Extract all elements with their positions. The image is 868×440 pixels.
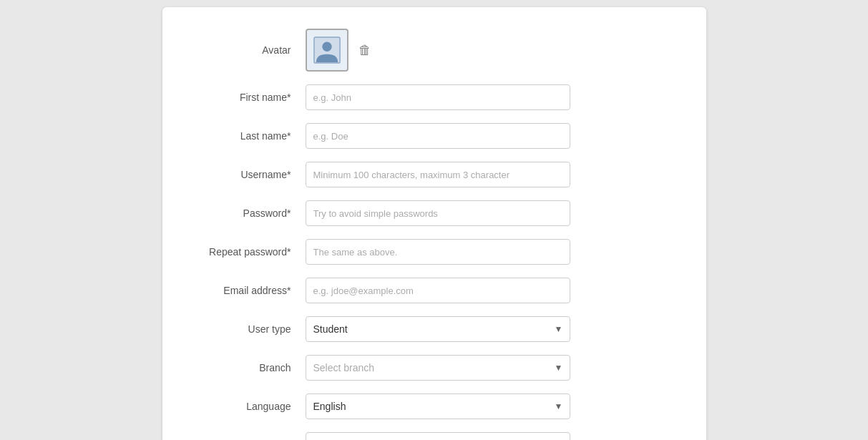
first-name-input[interactable] bbox=[306, 84, 570, 110]
avatar-icon bbox=[313, 36, 341, 64]
email-input[interactable] bbox=[306, 278, 570, 303]
avatar-label: Avatar bbox=[191, 44, 306, 56]
username-row: Username* bbox=[191, 162, 678, 187]
last-name-input[interactable] bbox=[306, 123, 570, 149]
timezone-select[interactable]: (UTC+02:00) Europe/Athens (UTC+00:00) UT… bbox=[306, 432, 570, 440]
repeat-password-input[interactable] bbox=[306, 239, 570, 265]
timezone-row: Time zone (UTC+02:00) Europe/Athens (UTC… bbox=[191, 432, 678, 440]
language-select-wrapper: English Greek French German ▼ bbox=[306, 393, 570, 419]
branch-select[interactable]: Select branch bbox=[306, 355, 570, 381]
timezone-select-wrapper: (UTC+02:00) Europe/Athens (UTC+00:00) UT… bbox=[306, 432, 570, 440]
password-row: Password* bbox=[191, 200, 678, 226]
branch-select-wrapper: Select branch ▼ bbox=[306, 355, 570, 381]
branch-label: Branch bbox=[191, 362, 306, 373]
user-type-row: User type Student Teacher Admin ▼ bbox=[191, 316, 678, 342]
email-label: Email address* bbox=[191, 285, 306, 296]
password-input[interactable] bbox=[306, 200, 570, 226]
first-name-row: First name* bbox=[191, 84, 678, 110]
delete-avatar-button[interactable]: 🗑 bbox=[356, 40, 374, 61]
language-row: Language English Greek French German ▼ bbox=[191, 393, 678, 419]
branch-row: Branch Select branch ▼ bbox=[191, 355, 678, 381]
user-form: Avatar 🗑 First name* Last name* Username… bbox=[162, 7, 706, 440]
svg-point-1 bbox=[322, 42, 331, 52]
avatar-wrapper: 🗑 bbox=[306, 29, 374, 72]
repeat-password-row: Repeat password* bbox=[191, 239, 678, 265]
last-name-row: Last name* bbox=[191, 123, 678, 149]
user-type-label: User type bbox=[191, 323, 306, 335]
password-label: Password* bbox=[191, 207, 306, 219]
user-type-select-wrapper: Student Teacher Admin ▼ bbox=[306, 316, 570, 342]
repeat-password-label: Repeat password* bbox=[191, 246, 306, 258]
email-row: Email address* bbox=[191, 278, 678, 303]
language-label: Language bbox=[191, 401, 306, 412]
username-input[interactable] bbox=[306, 162, 570, 187]
avatar-row: Avatar 🗑 bbox=[191, 29, 678, 72]
avatar-upload-button[interactable] bbox=[306, 29, 348, 72]
first-name-label: First name* bbox=[191, 92, 306, 103]
last-name-label: Last name* bbox=[191, 130, 306, 142]
language-select[interactable]: English Greek French German bbox=[306, 393, 570, 419]
user-type-select[interactable]: Student Teacher Admin bbox=[306, 316, 570, 342]
username-label: Username* bbox=[191, 169, 306, 180]
